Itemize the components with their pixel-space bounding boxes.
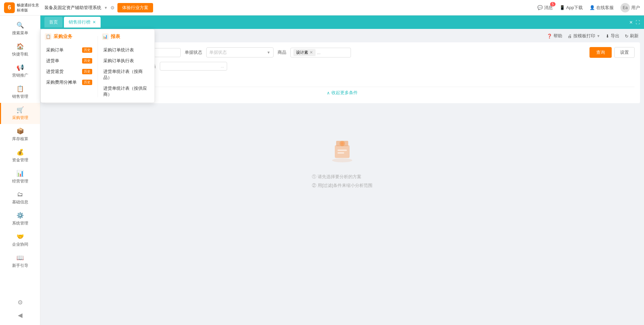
tab-home[interactable]: 首页 [44,17,63,28]
top-bar-right: 💬 消息 5 📱 App下载 👤 在线客服 Ea 用户 [537,3,640,12]
status-value: 单据状态 [209,49,227,55]
menu-item-order-exec[interactable]: 采购订单执行表 [102,55,151,66]
system-gear-icon[interactable]: ⚙ [110,5,115,10]
sidebar-item-purchase[interactable]: 🛒 采购管理 [0,103,40,124]
message-icon: 💬 [537,5,543,10]
sidebar-item-label-enterprise: 企业协同 [12,242,28,247]
message-badge: 5 [550,2,556,6]
print-arrow-icon: ▼ [597,34,600,38]
sidebar-item-label-marketing: 营销推广 [12,73,28,78]
sidebar-item-marketing[interactable]: 📢 营销推广 [0,60,40,82]
purchase-icon: 🛒 [16,106,24,114]
logo-icon: 6 [4,2,15,13]
menu-item-purchase-order[interactable]: 采购订单 历史 [45,45,94,55]
help-label: 帮助 [553,33,562,39]
sidebar-item-label-operation: 经营管理 [12,178,28,184]
logo-line1: 畅捷通好生意 [17,3,39,7]
status-select[interactable]: 单据状态 ▼ [206,47,274,57]
salesman-select[interactable]: ... [160,62,227,71]
sidebar-item-label-system: 系统管理 [12,220,28,226]
purchase-menu-icon: 📋 [45,33,51,40]
goods-ellipsis[interactable]: ... [317,50,321,55]
sidebar: 🔍 搜索菜单 🏠 快捷导航 📢 营销推广 📋 销售管理 🛒 采购管理 📦 库存核… [0,15,40,325]
sidebar-item-inventory[interactable]: 📦 库存核算 [0,124,40,145]
status-label: 单据状态 [185,49,202,55]
collapse-label: 收起更多条件 [331,90,358,96]
filter-actions: 查询 设置 [589,47,635,58]
app-download-btn[interactable]: 📱 App下载 [560,5,583,11]
top-bar: 6 畅捷通好生意 标准版 装备及固定资产辅助管理系统 ▼ ⚙ 体验行业方案 💬 … [0,0,644,15]
industry-btn[interactable]: 体验行业方案 [117,3,153,12]
svg-rect-5 [337,152,344,154]
tab-sales-rank[interactable]: 销售排行榜 ✕ [64,17,101,28]
service-icon: 👤 [589,5,595,10]
query-btn[interactable]: 查询 [589,47,612,58]
menu-item-return[interactable]: 进货退货 历史 [45,66,94,77]
refresh-icon: ↻ [625,34,629,39]
sidebar-item-label-purchase: 采购管理 [12,115,28,121]
sidebar-bottom: ⚙ ◀ [0,296,40,325]
refresh-label: 刷新 [630,33,639,39]
system-arrow-icon[interactable]: ▼ [104,6,108,10]
sidebar-item-quicknav[interactable]: 🏠 快捷导航 [0,39,40,60]
tab-close-all-icon[interactable]: ✕ [629,20,633,25]
tab-expand-icon[interactable]: ⛶ [636,20,640,25]
sidebar-item-enterprise[interactable]: 🤝 企业协同 [0,230,40,251]
goods-tag: 设计素 ✕ [293,49,316,56]
menu-item-inbound-stats-supplier[interactable]: 进货单统计表（按供应商） [102,83,151,100]
print-icon: 🖨 [568,34,572,39]
app-icon: 📱 [560,5,565,10]
sidebar-item-guide[interactable]: 📖 新手引导 [0,251,40,272]
menu-item-expense[interactable]: 采购费用分摊单 历史 [45,77,94,88]
sidebar-item-system[interactable]: ⚙️ 系统管理 [0,208,40,230]
system-area: 装备及固定资产辅助管理系统 ▼ ⚙ 体验行业方案 [44,3,537,12]
print-label: 按模板打印 [573,33,595,39]
basicinfo-icon: 🗂 [17,191,23,198]
setting-btn[interactable]: 设置 [614,47,635,58]
svg-rect-4 [337,150,347,151]
finance-icon: 💰 [16,149,24,156]
salesman-ellipsis: ... [221,64,224,69]
tab-bar-right: ✕ ⛶ [629,20,640,25]
dropdown-cols: 📋 采购业务 采购订单 历史 进货单 历史 进货退货 历史 采购费用分摊单 历史 [41,33,154,100]
sidebar-item-label-finance: 资金管理 [12,157,28,163]
goods-tag-close-icon[interactable]: ✕ [310,50,313,55]
user-area[interactable]: Ea 用户 [620,3,640,12]
empty-hint1: ① 请先选择要分析的方案 ② 用[过滤]条件来缩小分析范围 [312,172,372,190]
sidebar-collapse-icon: ◀ [18,312,23,319]
tab-close-icon[interactable]: ✕ [93,20,96,25]
sidebar-item-sales[interactable]: 📋 销售管理 [0,82,40,103]
sidebar-collapse-btn[interactable]: ◀ [0,309,40,322]
inventory-icon: 📦 [16,127,24,135]
sidebar-settings-btn[interactable]: ⚙ [0,296,40,309]
refresh-btn[interactable]: ↻ 刷新 [625,33,639,39]
print-btn[interactable]: 🖨 按模板打印 ▼ [568,33,600,39]
service-label: 在线客服 [596,5,614,11]
system-icon: ⚙️ [16,212,24,219]
export-btn[interactable]: ⬇ 导出 [606,33,619,39]
app-label: App下载 [566,5,583,11]
collapse-icon: ∧ [327,90,330,95]
help-btn[interactable]: ❓ 帮助 [547,33,562,39]
guide-icon: 📖 [16,254,24,261]
search-icon: 🔍 [16,22,24,29]
dropdown-col1-title: 📋 采购业务 [45,33,94,41]
sidebar-item-finance[interactable]: 💰 资金管理 [0,145,40,166]
dropdown-col-purchase: 📋 采购业务 采购订单 历史 进货单 历史 进货退货 历史 采购费用分摊单 历史 [41,33,98,100]
history-badge-2: 历史 [82,69,92,74]
sidebar-item-basicinfo[interactable]: 🗂 基础信息 [0,188,40,208]
message-btn[interactable]: 💬 消息 5 [537,5,553,11]
menu-item-order-stats[interactable]: 采购订单统计表 [102,45,151,55]
sidebar-settings-icon: ⚙ [17,299,23,306]
sidebar-item-search[interactable]: 🔍 搜索菜单 [0,18,40,39]
online-service-btn[interactable]: 👤 在线客服 [589,5,614,11]
history-badge-0: 历史 [82,47,92,53]
logo-line2: 标准版 [17,8,39,12]
sidebar-item-operation[interactable]: 📊 经营管理 [0,166,40,188]
menu-item-inbound-stats-goods[interactable]: 进货单统计表（按商品） [102,66,151,83]
history-badge-1: 历史 [82,58,92,64]
menu-item-inbound[interactable]: 进货单 历史 [45,55,94,66]
svg-point-6 [341,142,344,145]
sidebar-item-label-basicinfo: 基础信息 [12,199,28,205]
operation-icon: 📊 [16,170,24,177]
